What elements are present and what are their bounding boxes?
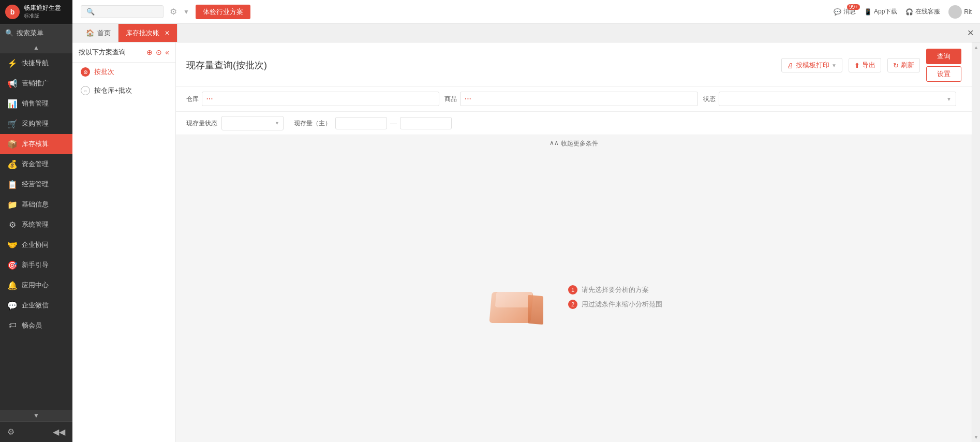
product-field: 商品 ··· — [444, 92, 697, 106]
sidebar-item-basic[interactable]: 📁 基础信息 — [0, 195, 72, 215]
sidebar-item-newbie[interactable]: 🎯 新手引导 — [0, 255, 72, 275]
topbar-dropdown-icon[interactable]: ▼ — [183, 8, 189, 16]
tab-close-icon[interactable]: ✕ — [165, 30, 170, 37]
enterprise-wx-icon: 💬 — [7, 301, 18, 311]
sidebar-item-purchase[interactable]: 🛒 采购管理 — [0, 114, 72, 134]
newbie-icon: 🎯 — [7, 260, 18, 270]
topbar-search-input[interactable] — [98, 8, 158, 16]
sidebar: b 畅康通好生意 标准版 🔍 搜索菜单 ▲ ⚡ 快捷导航 📢 营销推广 📊 销售… — [0, 0, 72, 442]
filter-item-by-warehouse-batch[interactable]: ○ 按仓库+批次 — [72, 81, 175, 100]
messages-button[interactable]: 💬 消息 99+ — [834, 7, 856, 16]
collapse-filter-icon[interactable]: « — [165, 48, 169, 56]
empty-state: 1 请先选择要分析的方案 2 用过滤条件来缩小分析范围 — [176, 152, 972, 442]
settings-button[interactable]: 设置 — [926, 66, 961, 82]
warehouse-label: 仓库 — [186, 95, 199, 104]
sidebar-item-app-center[interactable]: 🔔 应用中心 — [0, 275, 72, 296]
quick-nav-icon: ⚡ — [7, 58, 18, 68]
system-icon: ⚙ — [7, 220, 18, 230]
box-side — [528, 295, 543, 325]
print-dropdown-icon[interactable]: ▼ — [831, 63, 837, 68]
scheme-settings-icon[interactable]: ⊙ — [156, 48, 162, 56]
sidebar-item-label: 新手引导 — [22, 260, 49, 270]
sidebar-item-system[interactable]: ⚙ 系统管理 — [0, 215, 72, 235]
sidebar-item-sales[interactable]: 📊 销售管理 — [0, 94, 72, 114]
tab-inventory-batch-label: 库存批次账 — [126, 28, 159, 38]
scroll-down-btn[interactable]: ▼ — [972, 432, 980, 442]
warehouse-batch-icon: ○ — [81, 86, 90, 95]
sidebar-item-label: 企业微信 — [22, 301, 49, 310]
settings-icon[interactable]: ⚙ — [7, 427, 14, 437]
add-scheme-icon[interactable]: ⊕ — [146, 48, 153, 56]
filter-row-2: 现存量状态 现存量（主） — — [176, 112, 972, 135]
avatar — [948, 5, 962, 19]
query-header: 现存量查询(按批次) 🖨 按模板打印 ▼ ⬆ 导出 ↻ 刷新 — [176, 42, 972, 86]
topbar-search-box[interactable]: 🔍 — [81, 5, 164, 18]
sidebar-item-label: 应用中心 — [22, 281, 49, 290]
export-button[interactable]: ⬆ 导出 — [849, 58, 881, 72]
tab-home-label: 首页 — [97, 28, 111, 38]
collapse-icon[interactable]: ◀◀ — [53, 427, 65, 437]
refresh-icon: ↻ — [893, 62, 899, 69]
inventory-status-select[interactable] — [221, 116, 284, 130]
sidebar-item-quick-nav[interactable]: ⚡ 快捷导航 — [0, 53, 72, 73]
app-download-label: App下载 — [874, 7, 897, 16]
app-download-button[interactable]: 📱 App下载 — [864, 7, 897, 16]
chevron-up-icon: ∧∧ — [550, 139, 559, 148]
app-name: 畅康通好生意 — [24, 4, 61, 12]
refresh-button[interactable]: ↻ 刷新 — [887, 58, 920, 72]
messages-badge: 99+ — [847, 4, 860, 10]
print-button[interactable]: 🖨 按模板打印 ▼ — [781, 58, 842, 72]
search-menu[interactable]: 🔍 搜索菜单 — [0, 24, 72, 42]
product-input[interactable]: ··· — [460, 92, 697, 106]
sidebar-footer: ⚙ ◀◀ — [0, 421, 72, 442]
tab-inventory-batch[interactable]: 库存批次账 ✕ — [118, 24, 177, 42]
scroll-up-btn[interactable]: ▲ — [972, 42, 980, 52]
sidebar-item-enterprise-wx[interactable]: 💬 企业微信 — [0, 296, 72, 316]
tab-home[interactable]: 🏠 首页 — [79, 24, 118, 42]
online-service-button[interactable]: 🎧 在线客服 — [905, 7, 940, 16]
sidebar-item-marketing[interactable]: 📢 营销推广 — [0, 73, 72, 94]
sidebar-item-member[interactable]: 🏷 畅会员 — [0, 316, 72, 335]
topbar-search-icon: 🔍 — [86, 8, 95, 16]
filter-item-by-batch[interactable]: ⊙ 按批次 — [72, 63, 175, 81]
sidebar-scroll-down[interactable]: ▼ — [0, 410, 72, 421]
sidebar-scroll-up[interactable]: ▲ — [0, 42, 72, 53]
operations-icon: 📋 — [7, 180, 18, 189]
printer-icon: 🖨 — [787, 62, 794, 69]
collapse-label: 收起更多条件 — [561, 139, 598, 148]
sidebar-item-label: 经营管理 — [22, 180, 49, 189]
query-button[interactable]: 查询 — [926, 49, 961, 64]
step-1-num: 1 — [568, 285, 577, 294]
sidebar-item-enterprise[interactable]: 🤝 企业协同 — [0, 235, 72, 255]
filter-row-1: 仓库 ··· 商品 ··· 状态 — [176, 86, 972, 112]
topbar-settings-icon[interactable]: ⚙ — [170, 7, 177, 17]
box-top — [495, 292, 533, 307]
user-profile[interactable]: Rit — [948, 5, 972, 19]
inventory-status-select-wrapper — [221, 116, 284, 130]
inventory-icon: 📦 — [7, 139, 18, 149]
tabbar: 🏠 首页 库存批次账 ✕ ✕ — [72, 24, 980, 42]
username-label: Rit — [964, 8, 972, 16]
inventory-qty-range: — — [335, 117, 452, 129]
sidebar-item-finance[interactable]: 💰 资金管理 — [0, 154, 72, 174]
sidebar-header: b 畅康通好生意 标准版 — [0, 0, 72, 24]
filter-panel: 按以下方案查询 ⊕ ⊙ « ⊙ 按批次 ○ 按仓库+批次 — [72, 42, 176, 442]
sidebar-item-label: 快捷导航 — [22, 58, 49, 68]
status-input[interactable]: ▼ — [719, 92, 956, 106]
primary-actions: 查询 设置 — [926, 49, 961, 82]
inventory-qty-min-input[interactable] — [335, 117, 387, 129]
industry-solution-button[interactable]: 体验行业方案 — [196, 5, 250, 19]
inventory-status-label: 现存量状态 — [186, 119, 217, 128]
sidebar-nav: ⚡ 快捷导航 📢 营销推广 📊 销售管理 🛒 采购管理 📦 库存核算 💰 资金管… — [0, 53, 72, 410]
product-dots: ··· — [465, 95, 471, 102]
warehouse-input[interactable]: ··· — [202, 92, 439, 106]
sidebar-item-inventory[interactable]: 📦 库存核算 — [0, 134, 72, 154]
tab-panel-close-button[interactable]: ✕ — [967, 28, 974, 38]
collapse-conditions-button[interactable]: ∧∧ 收起更多条件 — [176, 135, 972, 152]
inventory-qty-max-input[interactable] — [400, 117, 452, 129]
finance-icon: 💰 — [7, 159, 18, 169]
inventory-status-field: 现存量状态 — [186, 116, 284, 130]
warehouse-dots: ··· — [206, 95, 213, 102]
sidebar-item-operations[interactable]: 📋 经营管理 — [0, 174, 72, 195]
status-field: 状态 ▼ — [703, 92, 956, 106]
